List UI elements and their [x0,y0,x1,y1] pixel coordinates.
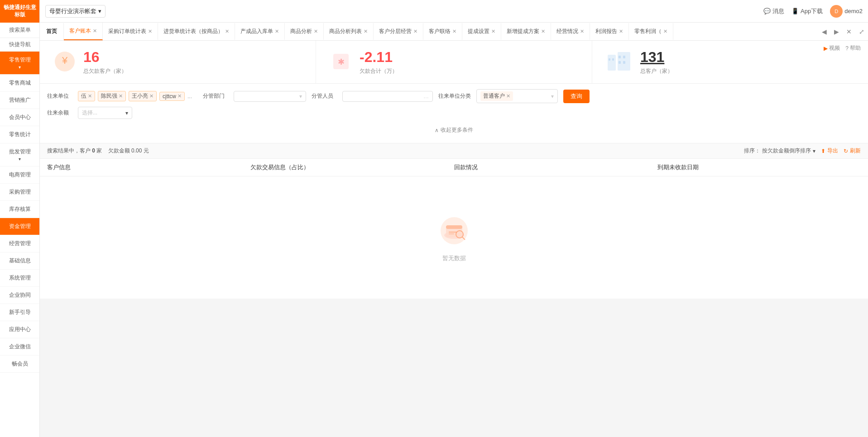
unit-tag-wu-close[interactable]: ✕ [88,93,92,99]
sidebar-item-operation[interactable]: 经营管理 [0,235,39,252]
empty-state: 暂无数据 [40,176,868,299]
sidebar-item-cooperation[interactable]: 企业协同 [0,287,39,304]
unit-tags-more[interactable]: ... [187,93,192,100]
tab-close-all[interactable]: ✕ [843,28,855,35]
query-button[interactable]: 查询 [563,90,590,103]
sidebar-item-member[interactable]: 会员中心 [0,109,39,126]
help-btn[interactable]: ? 帮助 [845,44,861,52]
sidebar-fast-nav[interactable]: 快捷导航 [0,38,39,52]
tab-close[interactable]: ✕ [225,28,229,34]
tab-close[interactable]: ✕ [413,28,417,34]
tab-close[interactable]: ✕ [314,28,318,34]
sidebar-item-member2[interactable]: 畅会员 [0,356,39,373]
balance-select[interactable]: 选择... ▾ [78,107,132,119]
unit-filter-label: 往来单位 [47,92,72,100]
tab-close[interactable]: ✕ [148,28,152,34]
sidebar-item-retail-stat[interactable]: 零售统计 [0,126,39,143]
tab-arrow-left[interactable]: ◀ [818,28,830,35]
sidebar-item-inventory[interactable]: 库存核算 [0,201,39,218]
category-tag-text: 普通客户 [483,92,505,100]
export-btn[interactable]: ⬆ 导出 [821,147,838,155]
tab-customer-ledger[interactable]: 客户账本 ✕ [64,23,103,40]
tab-close[interactable]: ✕ [275,28,279,34]
messages-btn[interactable]: 💬 消息 [763,7,784,15]
tab-commission-settings[interactable]: 提成设置 ✕ [462,23,501,40]
filter-collapse-btn[interactable]: ∧ 收起更多条件 [433,124,475,136]
tab-business-status[interactable]: 经营情况 ✕ [551,23,590,40]
tab-purchase-order-stat[interactable]: 采购订单统计表 ✕ [103,23,158,40]
sort-selector[interactable]: 排序： 按欠款金额倒序排序 ▾ [744,147,815,155]
tab-arrow-right[interactable]: ▶ [830,28,843,35]
svg-rect-8 [619,56,621,58]
tab-label: 提成设置 [468,28,489,35]
collapse-up-icon: ∧ [435,127,439,133]
tab-close[interactable]: ✕ [364,28,368,34]
tab-label: 新增提成方案 [507,28,539,35]
tab-close[interactable]: ✕ [541,28,545,34]
video-btn[interactable]: ▶ 视频 [824,44,840,52]
tab-product-analysis[interactable]: 商品分析 ✕ [285,23,324,40]
sidebar-item-newbie[interactable]: 新手引导 [0,304,39,321]
category-input[interactable]: 普通客户 ✕ ▾ [476,89,558,103]
unit-tag-cjttcw-close[interactable]: ✕ [177,93,182,99]
download-icon: 📱 [791,8,799,14]
svg-text:¥: ¥ [62,55,68,66]
user-section[interactable]: D demo2 [830,5,863,18]
dept-select[interactable]: ▾ [234,91,306,102]
sidebar-search[interactable]: 搜索菜单 [0,23,39,38]
sidebar-item-purchase[interactable]: 采购管理 [0,184,39,201]
message-icon: 💬 [763,8,771,14]
account-selector-arrow: ▾ [98,8,101,14]
building-icon [606,50,633,73]
tab-customer-contact[interactable]: 客户联络 ✕ [423,23,462,40]
tab-inventory-stat[interactable]: 进货单统计表（按商品） ✕ [158,23,235,40]
svg-rect-15 [446,225,462,229]
unit-tag-chen-text: 陈民强 [101,92,117,100]
category-tag-close[interactable]: ✕ [506,93,510,99]
sidebar-item-retail[interactable]: 零售管理 ▾ [0,52,39,75]
tab-retail-profit[interactable]: 零售利润（ ✕ [629,23,673,40]
tab-close[interactable]: ✕ [452,28,456,34]
app-download-btn[interactable]: 📱 App下载 [791,7,823,15]
tab-close[interactable]: ✕ [619,28,623,34]
sidebar-item-appstore[interactable]: 应用中心 [0,321,39,338]
tab-product-in[interactable]: 产成品入库单 ✕ [235,23,285,40]
tab-product-analysis-list[interactable]: 商品分析列表 ✕ [324,23,374,40]
tab-customer-tier[interactable]: 客户分层经营 ✕ [374,23,423,40]
unit-tag-wang-close[interactable]: ✕ [149,93,153,99]
tab-profit-report[interactable]: 利润报告 ✕ [590,23,629,40]
unit-tag-cjttcw: cjttcw ✕ [159,92,185,101]
tab-close[interactable]: ✕ [491,28,495,34]
person-input-dots: … [423,93,429,100]
sidebar-item-finance[interactable]: 资金管理 [0,218,39,235]
tab-home[interactable]: 首页 [40,23,64,40]
sidebar-item-wholesale[interactable]: 批发管理 ▾ [0,143,39,166]
sidebar-item-ecommerce[interactable]: 电商管理 [0,166,39,184]
account-selector[interactable]: 母婴行业演示帐套 ▾ [45,5,106,18]
unit-tag-chen-close[interactable]: ✕ [119,93,123,99]
tab-maximize[interactable]: ⤢ [855,28,868,35]
sidebar-item-system[interactable]: 系统管理 [0,270,39,287]
empty-text: 暂无数据 [442,254,466,262]
sidebar-item-wechat[interactable]: 企业微信 [0,338,39,356]
main-area: 母婴行业演示帐套 ▾ 💬 消息 📱 App下载 D demo2 [40,0,868,437]
tab-close[interactable]: ✕ [663,28,667,34]
svg-rect-9 [623,56,625,58]
sidebar-logo-text: 畅捷通好生意 标版 [4,4,36,18]
unit-filter-tags: 伍 ✕ 陈民强 ✕ 王小亮 ✕ cjttcw ✕ [78,91,192,101]
svg-rect-7 [612,58,614,61]
tab-new-commission-plan[interactable]: 新增提成方案 ✕ [501,23,551,40]
topbar-left: 母婴行业演示帐套 ▾ [45,5,106,18]
tab-close[interactable]: ✕ [580,28,584,34]
tab-label: 经营情况 [556,28,578,35]
tab-customer-ledger-close[interactable]: ✕ [93,28,97,34]
tab-label: 零售利润（ [634,28,662,35]
sidebar-item-marketing[interactable]: 营销推广 [0,92,39,109]
refresh-btn[interactable]: ↻ 刷新 [844,147,861,155]
sidebar-item-basic[interactable]: 基础信息 [0,252,39,270]
debt-icon: ✱ [330,50,352,73]
unit-tag-wang: 王小亮 ✕ [129,91,157,101]
person-input[interactable]: … [342,91,433,102]
sidebar-item-retail-shop[interactable]: 零售商城 [0,75,39,92]
data-table: 客户信息 欠款交易信息（占比） 回款情况 到期未收款日期 [40,159,868,299]
